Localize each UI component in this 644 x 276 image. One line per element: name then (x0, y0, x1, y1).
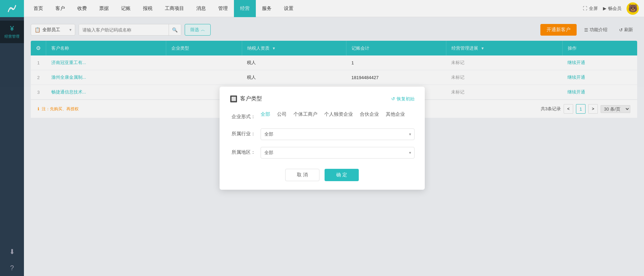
enterprise-type-btn-合伙企业[interactable]: 合伙企业 (360, 111, 379, 117)
industry-select-wrapper: 全部 ▾ (261, 128, 415, 140)
enterprise-type-buttons: 全部公司个体工商户个人独资企业合伙企业其他企业 (261, 111, 415, 117)
modal-header: 🔲 客户类型 ↺ 恢复初始 (230, 95, 415, 103)
industry-form-row: 所属行业： 全部 ▾ (230, 128, 415, 140)
region-label: 所属地区： (230, 147, 261, 157)
reset-icon: ↺ (391, 96, 395, 101)
enterprise-type-btn-个体工商户[interactable]: 个体工商户 (293, 111, 317, 117)
industry-select[interactable]: 全部 (261, 128, 415, 140)
enterprise-type-group: 全部公司个体工商户个人独资企业合伙企业其他企业 (261, 111, 415, 117)
confirm-button[interactable]: 确 定 (325, 169, 359, 181)
modal-reset-button[interactable]: ↺ 恢复初始 (391, 96, 415, 102)
filter-modal: 🔲 客户类型 ↺ 恢复初始 企业形式： 全部公司个体工商户个人独资企业合伙企业其… (220, 87, 425, 190)
reset-label: 恢复初始 (397, 96, 415, 102)
cancel-button[interactable]: 取 消 (285, 169, 319, 181)
enterprise-form-row: 企业形式： 全部公司个体工商户个人独资企业合伙企业其他企业 (230, 111, 415, 122)
region-form-row: 所属地区： 全部 ▾ (230, 147, 415, 159)
enterprise-type-btn-公司[interactable]: 公司 (277, 111, 287, 117)
modal-footer: 取 消 确 定 (230, 169, 415, 181)
enterprise-form-label: 企业形式： (230, 111, 261, 122)
enterprise-type-btn-全部[interactable]: 全部 (261, 111, 270, 117)
modal-title-icon: 🔲 (230, 95, 237, 103)
enterprise-type-btn-个人独资企业[interactable]: 个人独资企业 (324, 111, 353, 117)
region-select[interactable]: 全部 (261, 147, 415, 159)
modal-title: 🔲 客户类型 (230, 95, 262, 103)
region-select-wrapper: 全部 ▾ (261, 147, 415, 159)
enterprise-type-btn-其他企业[interactable]: 其他企业 (386, 111, 405, 117)
industry-label: 所属行业： (230, 128, 261, 139)
modal-overlay: 🔲 客户类型 ↺ 恢复初始 企业形式： 全部公司个体工商户个人独资企业合伙企业其… (0, 0, 644, 276)
modal-title-text: 客户类型 (240, 95, 262, 102)
